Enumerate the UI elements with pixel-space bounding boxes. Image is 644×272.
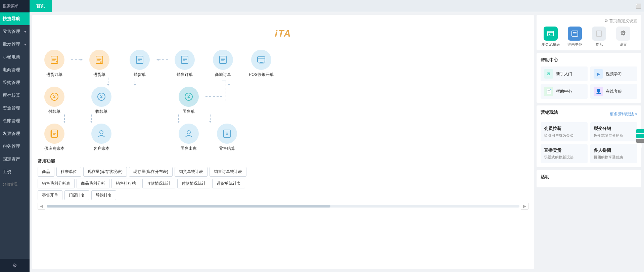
pos-icon — [251, 50, 271, 70]
float-desktop[interactable]: 桌面快捷 — [636, 139, 644, 143]
scroll-track[interactable] — [47, 205, 519, 208]
float-community[interactable]: 服务社区 — [636, 134, 644, 138]
tabbar: 首页 ⬜ — [30, 0, 644, 12]
flow-node-retail-out[interactable]: 零售出库 — [172, 124, 205, 151]
flow-node-retail[interactable]: ¥ 零售单 — [172, 87, 205, 115]
cashflow-icon — [544, 27, 558, 41]
chevron-down-icon: ▼ — [24, 43, 27, 46]
receipt-icon: ¥ — [91, 87, 111, 107]
flow-node-sales-order[interactable]: 销售订单 — [168, 50, 201, 78]
svg-text:¥: ¥ — [187, 94, 190, 99]
btn-sales-gross[interactable]: 销售毛利分析表 — [38, 179, 75, 188]
retail-settlement-icon: ¥ — [217, 124, 237, 144]
customize-settings-link[interactable]: ⚙ 首页自定义设置 — [541, 18, 637, 24]
quicknav-item[interactable]: 快捷导航 — [0, 12, 30, 25]
help-center-panel: 帮助中心 ✉ 新手入门 ▶ 视频学习 📄 帮助中心 👤 — [537, 53, 641, 103]
svg-rect-4 — [96, 56, 103, 63]
sidebar-item-purchase[interactable]: 采购管理 — [0, 76, 30, 89]
qa-contacts[interactable]: 往来单位 — [565, 27, 585, 47]
flow-node-pos[interactable]: POS收银开单 — [244, 50, 278, 78]
help-service[interactable]: 👤 在线客服 — [590, 84, 637, 99]
none-icon — [592, 27, 606, 41]
sales-icon — [130, 50, 150, 70]
btn-contacts[interactable]: 往来单位 — [56, 167, 81, 177]
btn-receipt-stat[interactable]: 收款情况统计 — [142, 179, 175, 188]
right-panel: ⚙ 首页自定义设置 现金流量表 往来单位 — [537, 12, 644, 272]
flow-node-mall-order[interactable]: 商城订单 — [206, 50, 240, 78]
btn-goods[interactable]: 商品 — [38, 167, 54, 177]
maximize-button[interactable]: ⬜ — [636, 3, 644, 9]
btn-guide-rank[interactable]: 导购排名 — [91, 190, 116, 200]
main-area: 首页 ⬜ iTA 进货订单 — [30, 0, 644, 272]
sidebar-item-distribution[interactable]: 分销管理 — [0, 178, 30, 190]
marketing-header: 营销玩法 更多营销玩法 > — [541, 109, 637, 119]
sidebar-item-retail[interactable]: 零售管理 ▼ — [0, 25, 30, 38]
sidebar-item-inventory[interactable]: 库存核算 — [0, 89, 30, 102]
chevron-down-icon: ▼ — [24, 30, 27, 34]
help-newbie[interactable]: ✉ 新手入门 — [541, 66, 588, 81]
help-docs[interactable]: 📄 帮助中心 — [541, 84, 588, 99]
common-functions-title: 常用功能 — [38, 158, 528, 164]
flow-node-customer-ledger[interactable]: 客户账本 — [85, 124, 118, 151]
svg-rect-39 — [548, 31, 554, 36]
flow-node-receipt[interactable]: ¥ 收款单 — [85, 87, 118, 115]
btn-purchase-stat[interactable]: 进货单统计表 — [212, 179, 245, 188]
btn-stock-dist[interactable]: 现存量(库存分布表) — [129, 167, 173, 177]
video-icon: ▶ — [594, 69, 603, 79]
qa-settings[interactable]: 设置 — [613, 27, 633, 47]
sidebar-item-tax[interactable]: 税务管理 — [0, 140, 30, 153]
sidebar-item-invoice[interactable]: 发票管理 — [0, 127, 30, 140]
arrow-1: ▶ — [71, 58, 83, 61]
svg-rect-34 — [50, 131, 52, 137]
mkt-member[interactable]: 会员拉新 吸引用户成为会员 — [541, 122, 588, 141]
float-service[interactable]: 客服热线 — [636, 129, 644, 133]
scroll-left[interactable]: ◀ — [38, 203, 45, 210]
sidebar-item-assets[interactable]: 固定资产 — [0, 153, 30, 166]
scroll-thumb — [47, 205, 330, 208]
flow-node-supplier-ledger[interactable]: 供应商账本 — [38, 124, 71, 151]
btn-sales-stat[interactable]: 销货单统计表 — [175, 167, 208, 177]
svg-point-36 — [187, 131, 190, 134]
quicknav-panel: iTA 进货订单 ▶ — [32, 15, 534, 269]
sidebar-item-ledger[interactable]: 总账管理 — [0, 115, 30, 127]
sidebar-item-finance[interactable]: 资金管理 — [0, 102, 30, 115]
sidebar-item-ecom-mgmt[interactable]: 电商管理 — [0, 63, 30, 76]
sidebar-item-salary[interactable]: 工资 — [0, 166, 30, 178]
sidebar-item-wholesale[interactable]: 批发管理 ▼ — [0, 38, 30, 51]
help-video[interactable]: ▶ 视频学习 — [590, 66, 637, 81]
mkt-live[interactable]: 直播卖货 场景式购物新玩法 — [541, 144, 588, 163]
flow-node-purchase[interactable]: 进货单 — [83, 50, 116, 78]
marketing-panel: 营销玩法 更多营销玩法 > 会员拉新 吸引用户成为会员 裂变分销 裂变式发展分销… — [537, 105, 641, 167]
sales-order-icon — [175, 50, 195, 70]
customer-ledger-icon — [91, 124, 111, 144]
tab-home[interactable]: 首页 — [30, 0, 52, 12]
mkt-fission[interactable]: 裂变分销 裂变式发展分销商 — [590, 122, 637, 141]
common-functions: 常用功能 商品 往来单位 现存量(库存状况表) 现存量(库存分布表) 销货单统计… — [38, 158, 528, 200]
btn-sales-rank[interactable]: 销售排行榜 — [111, 179, 140, 188]
mkt-group[interactable]: 多人拼团 拼团购物享受优惠 — [590, 144, 637, 163]
search-menu[interactable]: 搜索菜单 — [0, 0, 30, 12]
content-area: iTA 进货订单 ▶ — [30, 12, 644, 272]
svg-line-46 — [596, 31, 602, 36]
btn-stock-status[interactable]: 现存量(库存状况表) — [83, 167, 127, 177]
qa-cashflow[interactable]: 现金流量表 — [541, 27, 561, 47]
flow-node-sales[interactable]: 销货单 — [123, 50, 156, 78]
svg-rect-12 — [181, 56, 188, 63]
btn-payment-stat[interactable]: 付款情况统计 — [177, 179, 210, 188]
svg-text:¥: ¥ — [53, 94, 56, 99]
flow-node-payment[interactable]: ¥ 付款单 — [38, 87, 71, 115]
settings-button[interactable]: ⚙ — [0, 259, 30, 272]
btn-retail-order[interactable]: 零售开单 — [38, 190, 62, 200]
btn-goods-gross[interactable]: 商品毛利分析 — [77, 179, 109, 188]
quick-access-icons: 现金流量表 往来单位 暂无 — [541, 27, 637, 47]
scroll-right[interactable]: ▶ — [521, 203, 528, 210]
btn-store-rank[interactable]: 门店排名 — [64, 190, 89, 200]
flow-node-purchase-order[interactable]: 进货订单 — [38, 50, 71, 78]
btn-sales-order-stat[interactable]: 销售订单统计表 — [210, 167, 246, 177]
quicknav-label: 快捷导航 — [3, 16, 20, 21]
sidebar-item-ecom[interactable]: 小畅电商 — [0, 51, 30, 63]
more-marketing-link[interactable]: 更多营销玩法 > — [610, 111, 637, 117]
flow-node-retail-settlement[interactable]: ¥ 零售结算 — [210, 124, 244, 151]
qa-none[interactable]: 暂无 — [589, 27, 609, 47]
settings-icon — [616, 27, 630, 41]
